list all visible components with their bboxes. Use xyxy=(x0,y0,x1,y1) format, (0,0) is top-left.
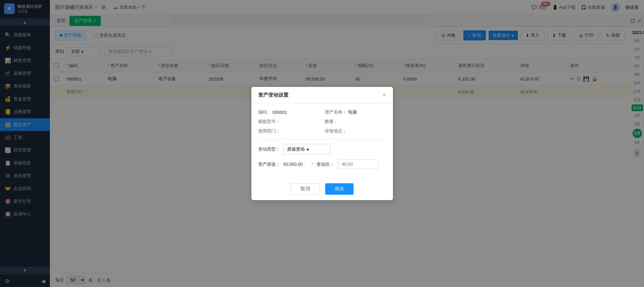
modal-original-value-control: 50,000.00 * 变动后： xyxy=(283,159,386,169)
modal-dept-label: 使用部门： xyxy=(258,128,280,134)
modal-quantity-label: 数量： xyxy=(325,119,338,125)
cancel-button[interactable]: 取消 xyxy=(291,183,320,195)
modal-body: 编码： 000001 资产名称： 电脑 规格型号： 数量： 使用部门： xyxy=(251,104,393,179)
modal-location-row: 存放地点： xyxy=(325,128,386,134)
asset-change-modal: 资产变动设置 × 编码： 000001 资产名称： 电脑 规格型号： xyxy=(251,87,393,200)
modal-quantity-row: 数量： xyxy=(325,119,386,125)
change-type-select[interactable]: 原值变动 ▾ xyxy=(283,144,331,155)
modal-original-value-label: 资产原值： xyxy=(258,161,280,167)
modal-code-row: 编码： 000001 xyxy=(258,109,319,115)
change-type-value: 原值变动 xyxy=(287,146,305,152)
modal-spec-row: 规格型号： xyxy=(258,119,319,125)
save-button[interactable]: 保存 xyxy=(325,183,354,195)
required-star: * xyxy=(311,162,313,167)
modal-name-row: 资产名称： 电脑 xyxy=(325,109,386,115)
modal-title: 资产变动设置 xyxy=(258,92,288,98)
modal-overlay: 资产变动设置 × 编码： 000001 资产名称： 电脑 规格型号： xyxy=(0,0,644,287)
modal-change-type-control: 原值变动 ▾ xyxy=(283,144,386,155)
modal-location-label: 存放地点： xyxy=(325,128,347,134)
modal-spec-label: 规格型号： xyxy=(258,119,280,125)
modal-original-value-row: 资产原值： 50,000.00 * 变动后： xyxy=(258,159,386,169)
modal-code-label: 编码： xyxy=(258,109,271,115)
modal-footer: 取消 保存 xyxy=(251,179,393,200)
modal-dept-row: 使用部门： xyxy=(258,128,319,134)
modal-code-value: 000001 xyxy=(273,110,287,115)
modal-close-button[interactable]: × xyxy=(382,92,386,99)
modal-original-value-value: 50,000.00 xyxy=(283,162,303,167)
modal-name-value: 电脑 xyxy=(348,109,357,115)
after-change-input[interactable] xyxy=(338,159,378,169)
after-change-label: 变动后： xyxy=(316,161,334,167)
modal-header: 资产变动设置 × xyxy=(251,87,393,104)
modal-divider xyxy=(258,139,386,140)
modal-name-label: 资产名称： xyxy=(325,109,347,115)
select-chevron-icon: ▾ xyxy=(307,147,309,152)
modal-info-grid: 编码： 000001 资产名称： 电脑 规格型号： 数量： 使用部门： xyxy=(258,109,386,134)
modal-change-type-row: 变动类型： 原值变动 ▾ xyxy=(258,144,386,155)
modal-change-type-label: 变动类型： xyxy=(258,146,280,152)
